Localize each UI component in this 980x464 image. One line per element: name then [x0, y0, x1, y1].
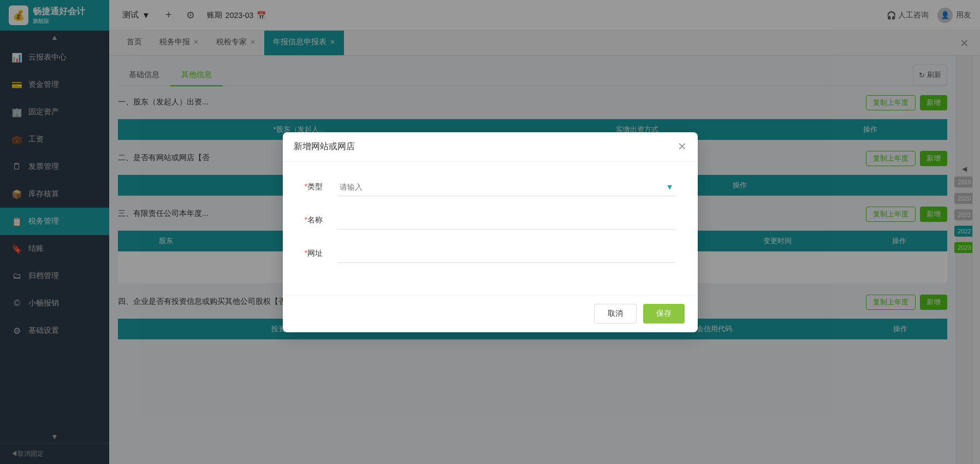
dialog-overlay[interactable]: 新增网站或网店 ✕ *类型 ▼ *名称	[0, 0, 980, 464]
dialog-title: 新增网站或网店	[294, 141, 355, 152]
save-button[interactable]: 保存	[643, 304, 685, 324]
name-input[interactable]	[337, 212, 676, 230]
type-input[interactable]	[337, 178, 666, 196]
add-website-dialog: 新增网站或网店 ✕ *类型 ▼ *名称	[283, 132, 698, 332]
form-field-name: *名称	[305, 212, 676, 230]
label-type: *类型	[305, 182, 337, 192]
form-field-url: *网址	[305, 245, 676, 263]
dialog-header: 新增网站或网店 ✕	[283, 132, 698, 162]
dialog-footer: 取消 保存	[283, 295, 698, 332]
type-select-wrap: ▼	[337, 178, 676, 196]
select-arrow-icon: ▼	[666, 183, 676, 191]
url-input[interactable]	[337, 245, 676, 263]
label-name: *名称	[305, 215, 337, 225]
dialog-close-button[interactable]: ✕	[678, 141, 687, 152]
cancel-button[interactable]: 取消	[594, 304, 637, 324]
label-url: *网址	[305, 249, 337, 259]
form-field-type: *类型 ▼	[305, 178, 676, 196]
dialog-body: *类型 ▼ *名称 *网址	[283, 162, 698, 295]
